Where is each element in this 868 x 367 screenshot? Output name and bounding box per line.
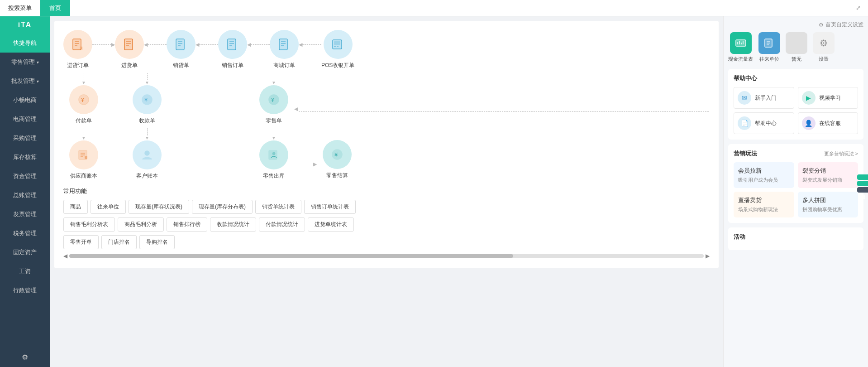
pos-label: POS收银开单 [321,62,354,69]
sidebar-item-label: 批发管理 [11,77,35,85]
sidebar-item-quick-nav[interactable]: 快捷导航 [0,34,50,53]
sidebar-item-inventory[interactable]: 库存核算 [0,148,50,167]
scroll-right-btn[interactable]: ▶ [706,253,710,259]
func-btn-goods[interactable]: 商品 [63,200,88,214]
main-layout: iTA 快捷导航 零售管理 ▾ 批发管理 ▾ 小畅电商 电商管理 采购管理 库 [0,16,868,367]
help-item-beginner[interactable]: ✉ 新手入门 [734,87,794,109]
func-row-1: 商品 往来单位 现存量(库存状况表) 现存量(库存分布表) 销货单统计表 销售订… [63,200,710,214]
col-payment: ▼ ¥ 付款单 [63,73,104,125]
node-purchase-order[interactable]: 进货订单 [63,30,92,69]
settings-gear-icon[interactable]: ⚙ [0,348,50,367]
sidebar-item-label: 资金管理 [13,172,37,180]
sidebar-item-ecommerce[interactable]: 小畅电商 [0,91,50,110]
sidebar-bottom: ⚙ [0,348,50,367]
func-btn-contacts[interactable]: 往来单位 [91,200,126,214]
nav-icon-settings[interactable]: ⚙ 设置 [813,32,835,63]
node-mall-order[interactable]: 商城订单 [270,30,299,69]
sidebar-item-ecommerce-mgmt[interactable]: 电商管理 [0,110,50,129]
sidebar-item-wholesale-mgmt[interactable]: 批发管理 ▾ [0,72,50,91]
float-btn-service[interactable]: 客服热线 [857,174,868,180]
float-btn-desktop[interactable]: 桌面快捷 [857,187,868,193]
func-btn-payment-stat[interactable]: 付款情况统计 [259,217,305,232]
sidebar-item-fixed-assets[interactable]: 固定资产 [0,243,50,262]
help-center-card: 帮助中心 ✉ 新手入门 ▶ 视频学习 📄 帮助中心 👤 [728,69,863,140]
node-purchase-bill[interactable]: ↑ 进货单 [115,30,144,69]
retail-icon: ¥ [259,85,288,114]
func-btn-goods-profit[interactable]: 商品毛利分析 [118,217,164,232]
sidebar-item-admin-mgmt[interactable]: 行政管理 [0,281,50,300]
v-arrowhead-supplier: ▼ [81,135,86,140]
node-pos[interactable]: POS收银开单 [321,30,354,69]
receipt-icon: ¥ [133,85,162,114]
sidebar-item-purchase-mgmt[interactable]: 采购管理 [0,129,50,148]
marketing-item-member[interactable]: 会员拉新 吸引用户成为会员 [734,162,794,188]
top-bar: 搜索菜单 首页 ⤢ [0,0,868,16]
nav-icon-contacts[interactable]: 往来单位 [758,32,780,63]
spacer-bot-4 [231,128,253,180]
marketing-item-group[interactable]: 多人拼团 拼团购物享受优惠 [798,192,858,217]
svg-text:↑: ↑ [129,45,131,49]
none-icon-box [786,32,807,54]
node-retail-out[interactable]: 零售出库 [259,140,288,180]
func-btn-store-rank[interactable]: 门店排名 [101,235,137,249]
sidebar-item-label: 小畅电商 [13,96,37,104]
func-btn-guide-rank[interactable]: 导购排名 [139,235,175,249]
func-btn-sales-profit[interactable]: 销售毛利分析表 [63,217,115,232]
nav-icon-none[interactable]: 暂无 [786,32,807,63]
func-btn-stock-dist[interactable]: 现存量(库存分布表) [192,200,253,214]
expand-icon[interactable]: ⤢ [853,3,863,14]
mall-order-label: 商城订单 [273,62,295,69]
func-btn-retail-order[interactable]: 零售开单 [63,235,99,249]
customer-account-icon [133,140,162,169]
nav-icon-cashflow[interactable]: 现金流量表 [728,32,753,63]
node-retail[interactable]: ¥ 零售单 [259,85,288,125]
more-marketing-link[interactable]: 更多营销玩法 > [824,150,858,157]
marketing-item-livestream[interactable]: 直播卖货 场景式购物新玩法 [734,192,794,217]
top-bar-right: ⤢ [853,0,868,16]
func-btn-sales-order-stat[interactable]: 销售订单统计表 [304,200,356,214]
sidebar-item-general-ledger[interactable]: 总账管理 [0,186,50,205]
mall-order-icon [270,30,299,59]
sidebar-item-invoice-mgmt[interactable]: 发票管理 [0,205,50,224]
scroll-left-btn[interactable]: ◀ [63,253,67,259]
sidebar-item-label: 总账管理 [13,191,37,199]
float-buttons: 客服热线 服务社区 桌面快捷 [857,174,868,193]
video-label: 视频学习 [819,94,841,102]
sidebar-item-retail-mgmt[interactable]: 零售管理 ▾ [0,53,50,72]
help-items-grid: ✉ 新手入门 ▶ 视频学习 📄 帮助中心 👤 在线客服 [734,87,858,134]
sidebar-item-label: 发票管理 [13,210,37,218]
func-btn-sales-rank[interactable]: 销售排行榜 [167,217,207,232]
help-item-help[interactable]: 📄 帮助中心 [734,112,794,134]
node-sales-bill[interactable]: 销货单 [167,30,196,69]
flow-row-3: ▼ 供应商账本 ▼ [63,128,710,180]
beginner-label: 新手入门 [755,94,777,102]
spacer-bot-2 [167,128,190,180]
sidebar-item-finance-mgmt[interactable]: 资金管理 [0,167,50,186]
func-btn-stock-status[interactable]: 现存量(库存状况表) [129,200,189,214]
node-supplier-account[interactable]: 供应商账本 [69,140,98,180]
arrow-3-4: ◀ [196,42,218,58]
node-retail-settle[interactable]: ¥ 零售结算 [323,140,352,179]
float-btn-community[interactable]: 服务社区 [857,181,868,186]
help-item-support[interactable]: 👤 在线客服 [798,112,858,134]
node-receipt[interactable]: ¥ 收款单 [133,85,162,125]
scroll-bar: ◀ ▶ [63,253,710,259]
sidebar-item-payroll[interactable]: 工资 [0,262,50,281]
spacer-4 [231,73,253,125]
livestream-sub: 场景式购物新玩法 [738,206,790,213]
scroll-track[interactable] [69,254,704,258]
func-btn-sales-stat[interactable]: 销货单统计表 [255,200,301,214]
node-sales-order[interactable]: 销售订单 [218,30,247,69]
help-item-video[interactable]: ▶ 视频学习 [798,87,858,109]
node-customer-account[interactable]: 客户账本 [133,140,162,180]
sidebar-item-label: 零售管理 [11,58,35,66]
sidebar-item-tax-mgmt[interactable]: 税务管理 [0,224,50,243]
func-btn-receipt-stat[interactable]: 收款情况统计 [210,217,256,232]
func-btn-purchase-stat[interactable]: 进货单统计表 [308,217,354,232]
node-payment[interactable]: ¥ 付款单 [69,85,98,125]
marketing-item-fission[interactable]: 裂变分销 裂变式发展分销商 [798,162,858,188]
search-menu-button[interactable]: 搜索菜单 [0,0,40,16]
v-arrow-customer [147,128,148,135]
custom-setting-link[interactable]: ⚙ 首页自定义设置 [819,21,863,29]
tab-home[interactable]: 首页 [40,0,70,16]
